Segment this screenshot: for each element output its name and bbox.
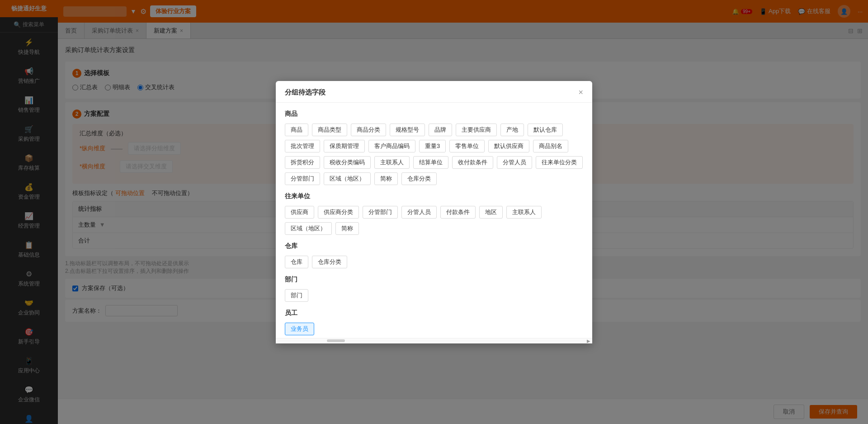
hscroll-thumb[interactable] xyxy=(327,339,345,342)
field-unit-category[interactable]: 往来单位分类 xyxy=(536,156,583,169)
field-group-warehouse: 仓库 仓库分类 xyxy=(285,256,583,268)
field-product-alias[interactable]: 商品别名 xyxy=(533,140,568,152)
modal: 分组待选字段 × 商品 商品 商品类型 商品分类 规格型号 品牌 主要供应商 产… xyxy=(276,81,592,343)
field-main-supplier[interactable]: 主要供应商 xyxy=(456,124,497,136)
field-customer-code[interactable]: 客户商品编码 xyxy=(368,140,415,152)
field-payment-terms[interactable]: 收付款条件 xyxy=(452,156,493,169)
field-split-score[interactable]: 拆货积分 xyxy=(285,156,320,169)
field-short-name[interactable]: 简称 xyxy=(374,172,398,185)
field-group-employee: 业务员 xyxy=(285,323,583,335)
field-product-category[interactable]: 商品分类 xyxy=(351,124,386,136)
field-product[interactable]: 商品 xyxy=(285,124,308,136)
field-retail-unit[interactable]: 零售单位 xyxy=(449,140,485,152)
field-region[interactable]: 区域（地区） xyxy=(324,172,371,185)
field-short-name2[interactable]: 简称 xyxy=(335,222,359,235)
field-region2[interactable]: 区域（地区） xyxy=(285,222,332,235)
field-origin[interactable]: 产地 xyxy=(500,124,524,136)
field-product-type[interactable]: 商品类型 xyxy=(312,124,347,136)
section-partner-title: 往来单位 xyxy=(285,192,583,200)
field-default-supplier[interactable]: 默认供应商 xyxy=(488,140,529,152)
field-settlement-unit[interactable]: 结算单位 xyxy=(413,156,448,169)
modal-body: 商品 商品 商品类型 商品分类 规格型号 品牌 主要供应商 产地 默认仓库 批次… xyxy=(276,103,592,338)
modal-header: 分组待选字段 × xyxy=(276,81,592,103)
field-staff[interactable]: 分管人员 xyxy=(401,206,437,219)
field-group-partner: 供应商 供应商分类 分管部门 分管人员 付款条件 地区 主联系人 区域（地区） … xyxy=(285,206,583,235)
field-batch-manage[interactable]: 批次管理 xyxy=(285,140,320,152)
field-supplier[interactable]: 供应商 xyxy=(285,206,314,219)
field-spec-model[interactable]: 规格型号 xyxy=(390,124,425,136)
field-warehouse-category[interactable]: 仓库分类 xyxy=(401,172,437,185)
modal-title: 分组待选字段 xyxy=(285,88,326,97)
field-warehouse-cat[interactable]: 仓库分类 xyxy=(312,256,347,268)
field-supplier-category[interactable]: 供应商分类 xyxy=(318,206,359,219)
field-dept[interactable]: 分管部门 xyxy=(363,206,398,219)
field-warehouse[interactable]: 仓库 xyxy=(285,256,308,268)
section-employee-title: 员工 xyxy=(285,309,583,317)
field-manage-dept[interactable]: 分管部门 xyxy=(285,172,320,185)
field-district[interactable]: 地区 xyxy=(479,206,503,219)
field-manager[interactable]: 分管人员 xyxy=(497,156,532,169)
field-default-warehouse[interactable]: 默认仓库 xyxy=(528,124,563,136)
field-tax-code[interactable]: 税收分类编码 xyxy=(324,156,371,169)
field-weight3[interactable]: 重量3 xyxy=(419,140,446,152)
field-group-dept: 部门 xyxy=(285,289,583,302)
field-main-contact2[interactable]: 主联系人 xyxy=(506,206,542,219)
field-shelf-life[interactable]: 保质期管理 xyxy=(324,140,365,152)
modal-hscroll[interactable]: ▶ xyxy=(276,338,592,343)
section-product-title: 商品 xyxy=(285,110,583,118)
field-group-product: 商品 商品类型 商品分类 规格型号 品牌 主要供应商 产地 默认仓库 批次管理 … xyxy=(285,124,583,185)
field-main-contact[interactable]: 主联系人 xyxy=(374,156,410,169)
modal-close-btn[interactable]: × xyxy=(578,88,583,96)
hscroll-right-arrow[interactable]: ▶ xyxy=(587,338,590,343)
field-salesperson[interactable]: 业务员 xyxy=(285,323,314,335)
field-pay-terms[interactable]: 付款条件 xyxy=(440,206,476,219)
section-dept-title: 部门 xyxy=(285,276,583,284)
field-brand[interactable]: 品牌 xyxy=(429,124,452,136)
section-warehouse-title: 仓库 xyxy=(285,242,583,250)
field-department[interactable]: 部门 xyxy=(285,289,308,302)
